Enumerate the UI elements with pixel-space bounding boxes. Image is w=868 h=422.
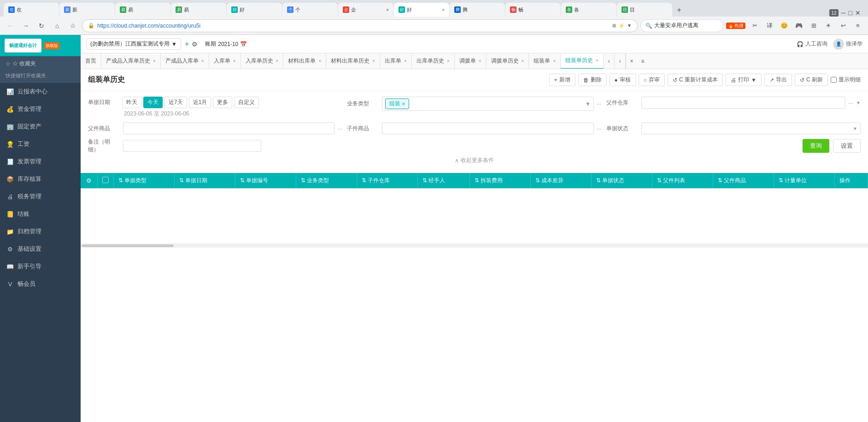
browser-tab-1[interactable]: 在 在	[4, 3, 59, 17]
address-bar[interactable]: 🔒 https://cloud.chanjet.com/accounting/u…	[82, 19, 638, 32]
tab-close-in-history[interactable]: ×	[276, 58, 279, 64]
browser-tab-7[interactable]: 企 企 ×	[338, 3, 393, 17]
th-child-warehouse[interactable]: ⇅ 子件仓库	[357, 173, 417, 188]
more-tab-action[interactable]: ≡	[637, 53, 648, 69]
tab-material-out-history[interactable]: 材料出库单历史 ×	[326, 53, 380, 69]
browser-tab-5[interactable]: 好 好	[227, 3, 282, 17]
th-cost-diff[interactable]: ⇅ 成本差异	[530, 173, 591, 188]
query-button[interactable]: 查询	[803, 139, 829, 153]
recalc-button[interactable]: ↺ C 重新计算成本	[668, 74, 723, 86]
horizontal-scrollbar[interactable]	[81, 244, 868, 248]
back-button[interactable]: ←	[4, 19, 17, 32]
week-btn[interactable]: 近7天	[164, 97, 187, 108]
maximize-button[interactable]: □	[849, 9, 852, 17]
tab-in-bill[interactable]: 入库单 ×	[209, 53, 241, 69]
tab-close-in-bill[interactable]: ×	[233, 58, 236, 64]
business-type-input[interactable]: 组装 × ▼	[382, 97, 593, 111]
parent-warehouse-input[interactable]	[641, 97, 846, 109]
tab-close-7[interactable]: ×	[386, 7, 389, 12]
tab-in-history[interactable]: 入库单历史 ×	[241, 53, 284, 69]
print-button[interactable]: 🖨 打印 ▼	[726, 74, 762, 86]
tab-transfer[interactable]: 调拨单 ×	[455, 53, 487, 69]
remark-input[interactable]	[123, 140, 261, 152]
tab-close-transfer[interactable]: ×	[479, 58, 481, 64]
new-tab-button[interactable]: +	[673, 4, 686, 17]
favorites-section[interactable]: ☆ ☆ 收藏夹	[0, 56, 81, 71]
refresh-browser-button[interactable]: ↻	[35, 19, 48, 32]
user-info[interactable]: 👤 徐泽华	[833, 39, 862, 50]
scissors-icon-btn[interactable]: ✂	[748, 19, 761, 32]
tab-close-transfer-history[interactable]: ×	[522, 58, 524, 64]
tab-close-8[interactable]: ×	[442, 7, 445, 12]
sidebar-item-guide[interactable]: 📖 新手引导	[0, 258, 81, 275]
undo-icon-btn[interactable]: ↩	[837, 19, 850, 32]
tab-assembly[interactable]: 组装单 ×	[529, 53, 561, 69]
tab-material-out[interactable]: 材料出库单 ×	[283, 53, 326, 69]
tab-close-finished-in-history[interactable]: ×	[153, 58, 156, 64]
show-detail-checkbox[interactable]	[831, 77, 837, 83]
tab-next-button[interactable]: ›	[615, 53, 626, 69]
apps-icon-btn[interactable]: ⊞	[807, 19, 820, 32]
browser-tab-4[interactable]: 易 易	[171, 3, 226, 17]
tag-remove-icon[interactable]: ×	[402, 101, 405, 107]
sidebar-item-settings[interactable]: ⚙ 基础设置	[0, 240, 81, 258]
tab-finished-in[interactable]: 产成品入库单 ×	[161, 53, 209, 69]
th-disassemble-fee[interactable]: ⇅ 拆装费用	[469, 173, 530, 188]
search-bar[interactable]: 🔍 大量安卓用户逃离	[640, 19, 723, 32]
month-btn[interactable]: 近1月	[189, 97, 211, 108]
sidebar-item-tax[interactable]: 🖨 税务管理	[0, 188, 81, 205]
browser-tab-6[interactable]: 个 个	[282, 3, 338, 17]
th-parent-goods[interactable]: ⇅ 父件商品	[713, 173, 774, 188]
tab-close-material-out[interactable]: ×	[318, 58, 321, 64]
sidebar-item-member[interactable]: V 畅会员	[0, 275, 81, 293]
today-btn[interactable]: 今天	[143, 97, 163, 108]
tab-out-bill[interactable]: 出库单 ×	[380, 53, 412, 69]
bill-status-select[interactable]: ▼	[641, 122, 861, 134]
sidebar-item-payroll[interactable]: 👷 工资	[0, 135, 81, 153]
browser-tab-3[interactable]: 易 易	[115, 3, 170, 17]
parent-goods-more[interactable]: ···	[337, 125, 342, 132]
parent-warehouse-more[interactable]: ···	[848, 99, 853, 106]
browser-tab-9[interactable]: 腾 腾	[450, 3, 505, 17]
review-button[interactable]: ● 审核	[610, 74, 636, 86]
forward-button[interactable]: →	[19, 19, 32, 32]
sidebar-item-invoice[interactable]: 🧾 发票管理	[0, 153, 81, 170]
yesterday-btn[interactable]: 昨天	[122, 97, 141, 108]
sidebar-item-assets[interactable]: 🏢 固定资产	[0, 118, 81, 135]
child-goods-input[interactable]	[382, 122, 593, 134]
sidebar-item-settlement[interactable]: 📒 结账	[0, 205, 81, 223]
collapse-button[interactable]: ∧ 收起更多条件	[88, 154, 861, 167]
th-check[interactable]	[97, 173, 113, 188]
tab-close-finished-in[interactable]: ×	[201, 58, 204, 64]
browser-tab-11[interactable]: 各 各	[561, 3, 616, 17]
more-btn[interactable]: 更多	[213, 97, 232, 108]
business-type-dropdown-icon[interactable]: ▼	[585, 101, 591, 107]
business-type-more[interactable]: ···	[597, 100, 602, 107]
bookmark-button[interactable]: ☆	[66, 19, 79, 32]
period-display[interactable]: 账期 2021-10 📅	[201, 40, 247, 48]
tab-close-out-bill[interactable]: ×	[404, 58, 407, 64]
tab-finished-in-history[interactable]: 产成品入库单历史 ×	[101, 53, 161, 69]
custom-btn[interactable]: 自定义	[234, 97, 259, 108]
sidebar-item-funds[interactable]: 💰 资金管理	[0, 100, 81, 118]
th-bill-status[interactable]: ⇅ 单据状态	[591, 173, 652, 188]
add-button[interactable]: + 新增	[549, 74, 575, 86]
th-handler[interactable]: ⇅ 经手人	[417, 173, 469, 188]
browser-tab-8[interactable]: 好 好 ×	[394, 3, 449, 17]
support-button[interactable]: 🎧 人工咨询	[797, 40, 827, 48]
sidebar-item-archive[interactable]: 📁 归档管理	[0, 223, 81, 240]
emoji-icon-btn[interactable]: 😊	[778, 19, 791, 32]
minimize-button[interactable]: ─	[841, 9, 846, 17]
close-tab-action[interactable]: ×	[626, 53, 637, 69]
th-gear[interactable]: ⚙	[81, 173, 97, 188]
tab-close-out-history[interactable]: ×	[447, 58, 450, 64]
sidebar-item-inventory[interactable]: 📦 库存核算	[0, 170, 81, 188]
th-bill-type[interactable]: ⇅ 单据类型	[113, 173, 174, 188]
parent-goods-input[interactable]	[123, 122, 334, 134]
company-selector[interactable]: (勿删勿禁用）江西服宝测试专用 ▼	[86, 38, 181, 50]
tab-prev-button[interactable]: ‹	[604, 53, 615, 69]
menu-icon-btn[interactable]: ≡	[851, 19, 864, 32]
abandon-button[interactable]: ○ 弃审	[639, 74, 665, 86]
tab-out-history[interactable]: 出库单历史 ×	[412, 53, 455, 69]
th-business-type[interactable]: ⇅ 业务类型	[296, 173, 357, 188]
